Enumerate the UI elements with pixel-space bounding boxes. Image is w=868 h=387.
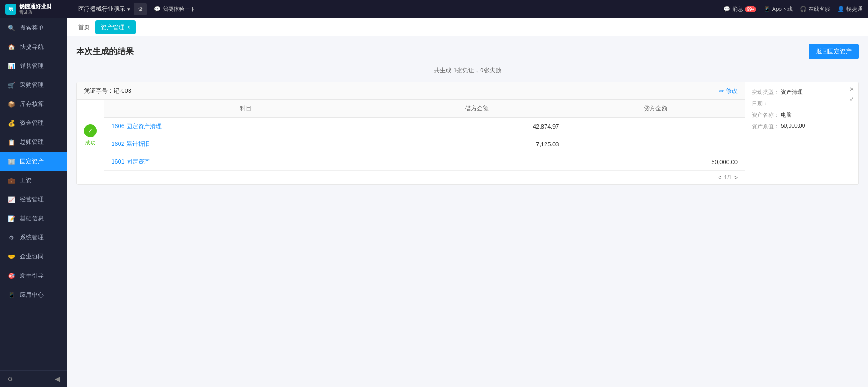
- sidebar-item-basic-info[interactable]: 📝基础信息: [0, 209, 67, 228]
- edit-button[interactable]: ✏ 修改: [719, 87, 738, 95]
- sidebar-item-label: 采购管理: [20, 81, 44, 89]
- user-menu[interactable]: 👤 畅捷通: [838, 5, 863, 13]
- change-type-label: 变动类型：: [752, 89, 779, 96]
- purchase-icon: 🛒: [7, 81, 15, 89]
- app-name: 畅捷通好业财: [19, 3, 52, 10]
- sidebar-item-ledger[interactable]: 📋总账管理: [0, 133, 67, 152]
- app-edition: 普及版: [19, 10, 52, 15]
- sidebar-item-search[interactable]: 🔍搜索菜单: [0, 18, 67, 37]
- notification-badge: 99+: [745, 6, 756, 12]
- app-download-button[interactable]: 📱 App下载: [764, 5, 793, 13]
- search-icon: 🔍: [7, 24, 15, 32]
- chat-icon: 💬: [154, 6, 161, 12]
- header-right: 💬 消息 99+ 📱 App下载 🎧 在线客服 👤 畅捷通: [724, 5, 863, 13]
- headset-icon: 🎧: [800, 6, 807, 12]
- badge-plus: +: [752, 7, 754, 12]
- sidebar-item-label: 应用中心: [20, 291, 44, 299]
- change-type-value: 资产清理: [781, 89, 803, 96]
- credit-cell: [566, 135, 745, 153]
- asset-name-label: 资产名称：: [752, 111, 779, 119]
- tab-close-icon[interactable]: ×: [127, 24, 130, 30]
- chevron-down-icon: ▾: [127, 6, 130, 13]
- asset-original-label: 资产原值：: [752, 123, 779, 130]
- tab-home[interactable]: 首页: [74, 23, 94, 31]
- table-row: 1602 累计折旧 7,125.03: [104, 135, 745, 153]
- sidebar-scroll: 🔍搜索菜单🏠快捷导航📊销售管理🛒采购管理📦库存核算💰资金管理📋总账管理🏢固定资产…: [0, 18, 67, 370]
- notification-button[interactable]: 💬 消息 99+: [724, 5, 756, 13]
- basic-info-icon: 📝: [7, 214, 15, 223]
- settings-button[interactable]: ⚙: [134, 3, 147, 15]
- user-name: 畅捷通: [846, 5, 863, 13]
- sidebar-item-inventory[interactable]: 📦库存核算: [0, 94, 67, 114]
- sidebar-item-label: 工资: [20, 176, 32, 184]
- sidebar-item-label: 快捷导航: [20, 43, 44, 51]
- info-panel: 变动类型： 资产清理 日期： 资产名称： 电脑 资产原值： 50,000.00: [745, 82, 845, 185]
- table-row: 1606 固定资产清理 42,874.97: [104, 118, 745, 135]
- table-with-status: ✓ 成功 科目 借方金额 贷方金额: [77, 100, 745, 171]
- sidebar-item-guide[interactable]: 🎯新手引导: [0, 266, 67, 285]
- main-layout: 🔍搜索菜单🏠快捷导航📊销售管理🛒采购管理📦库存核算💰资金管理📋总账管理🏢固定资产…: [0, 18, 868, 387]
- voucher-container: 凭证字号：记-003 ✏ 修改 ✓ 成功: [76, 82, 745, 185]
- fixed-assets-icon: 🏢: [7, 157, 15, 165]
- change-type-row: 变动类型： 资产清理: [752, 89, 838, 96]
- sidebar-item-system[interactable]: ⚙系统管理: [0, 228, 67, 247]
- payroll-icon: 💼: [7, 176, 15, 184]
- sidebar-item-label: 经营管理: [20, 195, 44, 203]
- sidebar-item-purchase[interactable]: 🛒采购管理: [0, 75, 67, 94]
- tab-bar: 首页 资产管理 ×: [67, 18, 868, 36]
- guide-icon: 🎯: [7, 272, 15, 280]
- credit-cell: 50,000.00: [566, 153, 745, 171]
- close-side-panel-button[interactable]: ✕: [849, 86, 854, 93]
- expand-panel-button[interactable]: ⤢: [849, 95, 854, 102]
- logo-icon: 畅: [5, 4, 16, 15]
- back-to-fixed-assets-button[interactable]: 返回固定资产: [809, 44, 859, 59]
- system-icon: ⚙: [7, 233, 15, 242]
- enterprise-icon: 🤝: [7, 253, 15, 261]
- online-service-button[interactable]: 🎧 在线客服: [800, 5, 830, 13]
- sidebar-bottom: ⚙ ◀: [0, 370, 67, 387]
- debit-cell: 42,874.97: [387, 118, 566, 135]
- app-download-label: App下载: [772, 5, 793, 13]
- sidebar-item-enterprise[interactable]: 🤝企业协同: [0, 247, 67, 266]
- edit-icon: ✏: [719, 88, 724, 94]
- company-name: 医疗器械行业演示: [78, 5, 125, 13]
- sidebar-item-fixed-assets[interactable]: 🏢固定资产: [0, 152, 67, 171]
- subject-cell: 1601 固定资产: [104, 153, 387, 171]
- experience-button[interactable]: 💬 我要体验一下: [154, 5, 195, 13]
- company-selector[interactable]: 医疗器械行业演示 ▾: [78, 5, 130, 13]
- sidebar-item-funds[interactable]: 💰资金管理: [0, 114, 67, 133]
- table-row: 1601 固定资产 50,000.00: [104, 153, 745, 171]
- sidebar-collapse-icon[interactable]: ◀: [55, 375, 60, 382]
- col-subject-header: 科目: [104, 100, 387, 118]
- asset-name-row: 资产名称： 电脑: [752, 111, 838, 119]
- asset-name-value: 电脑: [781, 111, 792, 119]
- debit-cell: 7,125.03: [387, 135, 566, 153]
- next-page-button[interactable]: >: [734, 174, 738, 181]
- pagination-row: < 1/1 >: [77, 171, 745, 184]
- sidebar-item-label: 新手引导: [20, 272, 44, 280]
- sidebar-item-label: 销售管理: [20, 62, 44, 70]
- result-summary: 共生成 1张凭证，0张失败: [76, 66, 859, 74]
- sidebar-item-payroll[interactable]: 💼工资: [0, 171, 67, 190]
- date-row: 日期：: [752, 100, 838, 108]
- sidebar-item-label: 总账管理: [20, 138, 44, 146]
- tab-label: 资产管理: [101, 23, 124, 31]
- content-area: 首页 资产管理 × 本次生成的结果 返回固定资产 共生成 1张凭证，0张失败: [67, 18, 868, 387]
- prev-page-button[interactable]: <: [718, 174, 721, 181]
- credit-cell: [566, 118, 745, 135]
- page-header: 本次生成的结果 返回固定资产: [76, 44, 859, 59]
- col-credit-header: 贷方金额: [566, 100, 745, 118]
- sidebar-settings-icon[interactable]: ⚙: [7, 375, 13, 382]
- online-service-label: 在线客服: [808, 5, 830, 13]
- sidebar-item-app-center[interactable]: 📱应用中心: [0, 285, 67, 304]
- edit-label: 修改: [726, 87, 738, 95]
- sidebar-item-sales[interactable]: 📊销售管理: [0, 56, 67, 75]
- page-title: 本次生成的结果: [76, 46, 134, 57]
- sidebar-item-quick-nav[interactable]: 🏠快捷导航: [0, 37, 67, 56]
- tab-asset-management[interactable]: 资产管理 ×: [95, 20, 136, 34]
- sidebar-item-label: 企业协同: [20, 253, 44, 261]
- sidebar-item-operations[interactable]: 📈经营管理: [0, 190, 67, 209]
- ledger-icon: 📋: [7, 138, 15, 146]
- sidebar-item-label: 资金管理: [20, 119, 44, 127]
- side-panel-buttons: ✕ ⤢: [845, 82, 859, 185]
